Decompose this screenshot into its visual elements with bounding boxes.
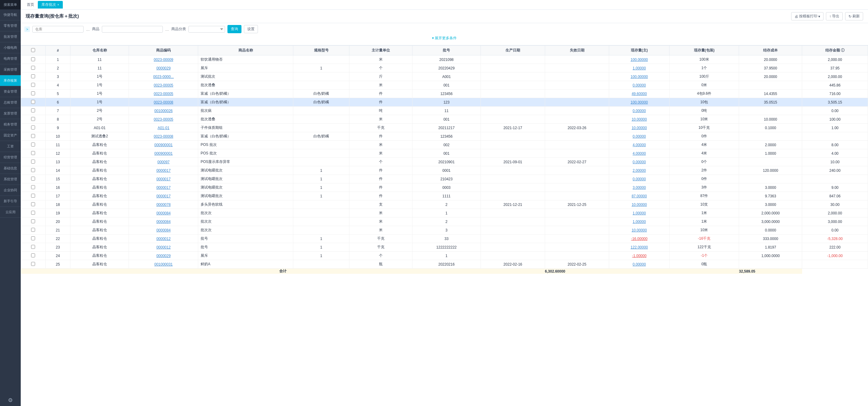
sidebar-item-purchase[interactable]: 采购管理	[0, 64, 21, 75]
row-checkbox[interactable]	[21, 209, 46, 217]
row-code[interactable]: 0000078	[129, 200, 198, 209]
expand-conditions-button[interactable]: ▾ 展开更多条件	[432, 36, 457, 41]
row-qty-main[interactable]: 0.00000	[609, 260, 670, 269]
tab-close-icon[interactable]: ×	[57, 3, 59, 6]
sidebar-item-payroll[interactable]: 工资	[0, 141, 21, 152]
row-code[interactable]: 001000026	[129, 107, 198, 115]
filter-expand-button[interactable]: >	[24, 27, 30, 32]
warehouse-input[interactable]	[32, 26, 84, 33]
row-checkbox[interactable]	[21, 166, 46, 175]
product-dots[interactable]: ...	[165, 27, 169, 32]
row-qty-main[interactable]: 0.00000	[609, 158, 670, 166]
col-header-checkbox[interactable]	[21, 46, 46, 56]
sidebar-item-ledger[interactable]: 总账管理	[0, 97, 21, 108]
sidebar-item-invoice[interactable]: 发票管理	[0, 108, 21, 119]
row-code[interactable]: 0023-00005	[129, 115, 198, 124]
row-qty-main[interactable]: 1.00000	[609, 64, 670, 72]
sidebar-item-guide[interactable]: 新手引导	[0, 196, 21, 207]
row-checkbox[interactable]	[21, 115, 46, 124]
row-checkbox[interactable]	[21, 200, 46, 209]
row-code[interactable]: 0000017	[129, 166, 198, 175]
warehouse-dots[interactable]: ...	[86, 27, 90, 32]
row-code[interactable]: 0023-00008	[129, 98, 198, 107]
row-checkbox[interactable]	[21, 149, 46, 158]
row-code[interactable]: 0000084	[129, 217, 198, 226]
row-qty-main[interactable]: 10.00000	[609, 124, 670, 132]
row-code[interactable]: 0000084	[129, 226, 198, 235]
row-checkbox[interactable]	[21, 260, 46, 269]
row-code[interactable]: 0000029	[129, 64, 198, 72]
row-checkbox[interactable]	[21, 64, 46, 72]
select-all-checkbox[interactable]	[31, 48, 35, 52]
row-checkbox[interactable]	[21, 235, 46, 243]
print-button[interactable]: 🖨 按模板打印 ▾	[791, 12, 824, 21]
row-qty-main[interactable]: 3.00000	[609, 183, 670, 192]
tab-home[interactable]: 首页	[23, 1, 38, 8]
row-checkbox[interactable]	[21, 183, 46, 192]
row-qty-main[interactable]: 4.00000	[609, 141, 670, 149]
row-qty-main[interactable]: -16.00000	[609, 235, 670, 243]
row-checkbox[interactable]	[21, 98, 46, 107]
row-code[interactable]: 0023-00009	[129, 56, 198, 64]
row-qty-main[interactable]: 1.00000	[609, 209, 670, 217]
row-qty-main[interactable]: 122.00000	[609, 243, 670, 251]
row-qty-main[interactable]: 0.00000	[609, 132, 670, 141]
sidebar-item-small-ecom[interactable]: 小额电商	[0, 42, 21, 53]
row-qty-main[interactable]: 100.00000	[609, 72, 670, 81]
refresh-button[interactable]: ↻ 刷新	[845, 12, 863, 21]
row-checkbox[interactable]	[21, 192, 46, 200]
sidebar-item-cloud[interactable]: 云应用	[0, 207, 21, 218]
sidebar-item-fixed-assets[interactable]: 固定资产	[0, 130, 21, 141]
row-code[interactable]: 000097	[129, 158, 198, 166]
sidebar-item-finance[interactable]: 资金管理	[0, 86, 21, 97]
row-checkbox[interactable]	[21, 132, 46, 141]
row-code[interactable]: 0000017	[129, 192, 198, 200]
sidebar-item-system[interactable]: 系统管理	[0, 174, 21, 185]
category-select[interactable]	[188, 26, 225, 33]
tab-inventory-batch[interactable]: 库存批次 ×	[38, 1, 63, 8]
row-checkbox[interactable]	[21, 72, 46, 81]
row-code[interactable]: 0000012	[129, 243, 198, 251]
row-checkbox[interactable]	[21, 226, 46, 235]
query-button[interactable]: 查询	[227, 25, 242, 33]
row-qty-main[interactable]: 100.00000	[609, 56, 670, 64]
row-code[interactable]: 0023-0000...	[129, 72, 198, 81]
sidebar-item-base-info[interactable]: 基础信息	[0, 163, 21, 174]
row-checkbox[interactable]	[21, 158, 46, 166]
row-code[interactable]: 000900001	[129, 149, 198, 158]
row-checkbox[interactable]	[21, 175, 46, 183]
sidebar-item-ecom[interactable]: 电商管理	[0, 53, 21, 64]
row-code[interactable]: A01-01	[129, 124, 198, 132]
row-code[interactable]: 0000084	[129, 209, 198, 217]
row-checkbox[interactable]	[21, 107, 46, 115]
sidebar-item-wholesale[interactable]: 批发管理	[0, 31, 21, 42]
row-checkbox[interactable]	[21, 251, 46, 260]
row-checkbox[interactable]	[21, 141, 46, 149]
row-qty-main[interactable]: 4.00000	[609, 149, 670, 158]
row-code[interactable]: 000900001	[129, 141, 198, 149]
row-checkbox[interactable]	[21, 90, 46, 98]
row-checkbox[interactable]	[21, 124, 46, 132]
sidebar-item-retail[interactable]: 零售管理	[0, 21, 21, 31]
row-code[interactable]: 0023-00005	[129, 90, 198, 98]
sidebar-item-collab[interactable]: 企业协同	[0, 185, 21, 196]
row-code[interactable]: 0023-00008	[129, 132, 198, 141]
row-qty-main[interactable]: 10.00000	[609, 200, 670, 209]
row-qty-main[interactable]: 10.00000	[609, 115, 670, 124]
row-checkbox[interactable]	[21, 243, 46, 251]
settings-button[interactable]: 设置	[244, 25, 258, 33]
sidebar-settings-icon[interactable]: ⚙	[0, 395, 21, 406]
product-input[interactable]	[102, 26, 163, 33]
row-code[interactable]: 001000031	[129, 260, 198, 269]
row-qty-main[interactable]: 2.00000	[609, 166, 670, 175]
row-qty-main[interactable]: 0.00000	[609, 107, 670, 115]
sidebar-item-inventory[interactable]: 库存核算	[0, 75, 21, 86]
sidebar-logo[interactable]: 搜索菜单	[0, 0, 21, 9]
sidebar-item-shortcuts[interactable]: 快捷导航	[0, 9, 21, 21]
row-qty-main[interactable]: 10.00000	[609, 226, 670, 235]
row-qty-main[interactable]: 100.00000	[609, 98, 670, 107]
row-checkbox[interactable]	[21, 217, 46, 226]
sidebar-item-operations[interactable]: 经营管理	[0, 152, 21, 163]
row-code[interactable]: 0023-00005	[129, 81, 198, 90]
row-qty-main[interactable]: 1.00000	[609, 217, 670, 226]
